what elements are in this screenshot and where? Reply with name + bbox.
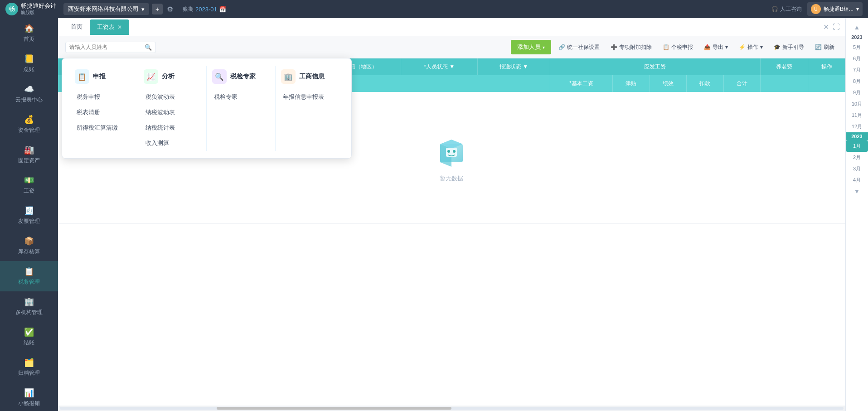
th-pension: 养老费	[761, 58, 808, 75]
add-person-label: 添加人员	[517, 43, 541, 51]
guide-btn-icon: 🎓	[774, 44, 781, 50]
sidebar-label-funds: 资金管理	[18, 126, 40, 134]
social-insurance-button[interactable]: 🔗 统一社保设置	[555, 42, 603, 53]
period-value: 2023-01	[195, 6, 217, 13]
sidebar-item-inventory[interactable]: 📦 库存核算	[0, 231, 58, 261]
calendar-icon[interactable]: 📅	[219, 6, 226, 13]
chevron-down-icon: ▾	[141, 6, 145, 13]
horizontal-scrollbar[interactable]	[58, 406, 845, 411]
top-bar: 畅 畅捷通好会计 旗舰版 西安虾米网络科技有限公司 ▾ + ⚙ 账期 2023-…	[0, 0, 868, 18]
right-timeline: ▲ 2023 5月 6月 7月 8月 9月 10月 11月 12月 2023 1…	[845, 18, 868, 411]
sidebar-item-marketing[interactable]: 📊 小畅报销	[0, 382, 58, 411]
scrollbar-track	[60, 407, 844, 410]
logo-icon: 畅	[5, 3, 18, 15]
sidebar-item-assets[interactable]: 🏭 固定资产	[0, 140, 58, 170]
popup-item-tax-expert[interactable]: 税检专家	[212, 89, 270, 105]
sidebar-item-checkout[interactable]: ✅ 结账	[0, 322, 58, 352]
timeline-month-2[interactable]: 2月	[846, 152, 868, 163]
th-allowance: 津贴	[613, 75, 650, 92]
timeline-scroll-up[interactable]: ▲	[852, 22, 862, 33]
settings-icon[interactable]: ⚙	[165, 4, 175, 15]
timeline-month-4[interactable]: 4月	[846, 174, 868, 186]
app-sub: 旗舰版	[21, 10, 56, 16]
sidebar-item-multi[interactable]: 🏢 多机构管理	[0, 291, 58, 322]
sidebar-item-tax[interactable]: 📋 税务管理	[0, 261, 58, 291]
operations-button[interactable]: ⚡ 操作 ▾	[735, 42, 766, 53]
main-layout: 🏠 首页 📒 总账 ☁️ 云报表中心 💰 资金管理 🏭 固定资产 💵 工资 🧾 …	[0, 18, 868, 411]
popup-item-annual-report[interactable]: 年报信息申报表	[281, 89, 339, 105]
timeline-month-1[interactable]: 1月	[846, 140, 868, 152]
tab-close-icon[interactable]: ✕	[117, 24, 122, 30]
timeline-month-12[interactable]: 12月	[846, 121, 868, 132]
popup-item-tax-declare[interactable]: 税务申报	[75, 89, 132, 105]
filter-icon[interactable]: ▼	[449, 63, 455, 70]
timeline-month-8[interactable]: 8月	[846, 76, 868, 87]
sidebar-label-ledger: 总账	[24, 66, 34, 73]
th-report-status: 报送状态 ▼	[478, 58, 550, 75]
timeline-scroll-down[interactable]: ▼	[852, 186, 862, 197]
tab-home[interactable]: 首页	[63, 19, 90, 35]
popup-grid: 📋 申报 税务申报 税表清册 所得税汇算清缴 📈 分析 税负波动表 纳税波动表 …	[69, 66, 344, 151]
tab-bar: 首页 工资表 ✕ ✕ ⛶	[58, 18, 845, 36]
scrollbar-thumb[interactable]	[217, 407, 452, 410]
timeline-month-3[interactable]: 3月	[846, 163, 868, 174]
timeline-month-6[interactable]: 6月	[846, 53, 868, 64]
popup-item-tax-payment[interactable]: 纳税波动表	[144, 105, 201, 120]
timeline-month-9[interactable]: 9月	[846, 87, 868, 98]
period-label: 账期	[183, 5, 194, 13]
empty-text: 暂无数据	[440, 174, 463, 183]
popup-item-income-settle[interactable]: 所得税汇算清缴	[75, 120, 132, 135]
sidebar-item-archive[interactable]: 🗂️ 归档管理	[0, 352, 58, 382]
sidebar-label-marketing: 小畅报销	[18, 400, 40, 407]
sidebar-item-home[interactable]: 🏠 首页	[0, 18, 58, 48]
company-name: 西安虾米网络科技有限公司	[68, 5, 139, 13]
special-deduction-button[interactable]: ➕ 专项附加扣除	[607, 42, 655, 53]
timeline-month-5[interactable]: 5月	[846, 42, 868, 53]
cloud-icon: ☁️	[24, 84, 34, 94]
plus-icon: ➕	[611, 44, 617, 50]
funds-icon: 💰	[24, 115, 34, 125]
popup-section-header-declaration: 📋 申报	[75, 66, 132, 89]
tab-salary-label: 工资表	[97, 23, 115, 31]
popup-item-tax-table[interactable]: 税表清册	[75, 105, 132, 120]
sidebar-item-salary[interactable]: 💵 工资	[0, 170, 58, 200]
popup-item-tax-stats[interactable]: 纳税统计表	[144, 120, 201, 135]
close-window-icon[interactable]: ✕	[823, 23, 829, 31]
user-info[interactable]: U 畅捷通B组... ▾	[807, 2, 863, 16]
sidebar-item-invoice[interactable]: 🧾 发票管理	[0, 200, 58, 231]
timeline-month-11[interactable]: 11月	[846, 110, 868, 121]
biz-info-section-icon: 🏢	[281, 69, 296, 84]
popup-item-tax-burden[interactable]: 税负波动表	[144, 89, 201, 105]
company-selector[interactable]: 西安虾米网络科技有限公司 ▾	[63, 3, 149, 15]
th-salary-group: 应发工资	[550, 58, 760, 75]
add-company-button[interactable]: +	[152, 4, 163, 15]
popup-item-income-calc[interactable]: 收入测算	[144, 135, 201, 151]
ops-arrow-icon: ▾	[760, 44, 763, 50]
add-person-button[interactable]: 添加人员 ▾	[511, 40, 551, 54]
sidebar-item-ledger[interactable]: 📒 总账	[0, 48, 58, 79]
popup-col-biz-info: 🏢 工商信息 年报信息申报表	[276, 66, 344, 151]
filter-icon2[interactable]: ▼	[523, 63, 528, 70]
empty-illustration	[433, 133, 470, 169]
sidebar-item-cloud[interactable]: ☁️ 云报表中心	[0, 79, 58, 109]
search-input[interactable]	[69, 44, 142, 50]
tax-declaration-label: 个税申报	[671, 44, 693, 51]
export-button[interactable]: 📤 导出 ▾	[700, 42, 732, 53]
timeline-month-7[interactable]: 7月	[846, 64, 868, 76]
tax-declaration-button[interactable]: 📋 个税申报	[659, 42, 697, 53]
restore-window-icon[interactable]: ⛶	[833, 23, 840, 31]
refresh-button[interactable]: 🔄 刷新	[811, 42, 838, 53]
sidebar-label-archive: 归档管理	[18, 369, 40, 377]
declaration-section-icon: 📋	[75, 69, 89, 84]
th-ops-sub	[808, 75, 845, 92]
timeline-month-10[interactable]: 10月	[846, 98, 868, 110]
guide-button[interactable]: 🎓 新手引导	[770, 42, 808, 53]
toolbar: 🔍 添加人员 ▾ 🔗 统一社保设置 ➕ 专项附加扣除 📋 个税申报 📤	[58, 36, 845, 58]
biz-info-title: 工商信息	[299, 73, 325, 81]
support-button[interactable]: 🎧 人工咨询	[771, 5, 802, 13]
tab-salary-table[interactable]: 工资表 ✕	[90, 19, 129, 35]
sidebar-item-funds[interactable]: 💰 资金管理	[0, 109, 58, 140]
timeline-year-2023-prev: 2023	[846, 33, 868, 42]
sidebar: 🏠 首页 📒 总账 ☁️ 云报表中心 💰 资金管理 🏭 固定资产 💵 工资 🧾 …	[0, 18, 58, 411]
marketing-icon: 📊	[24, 388, 34, 398]
